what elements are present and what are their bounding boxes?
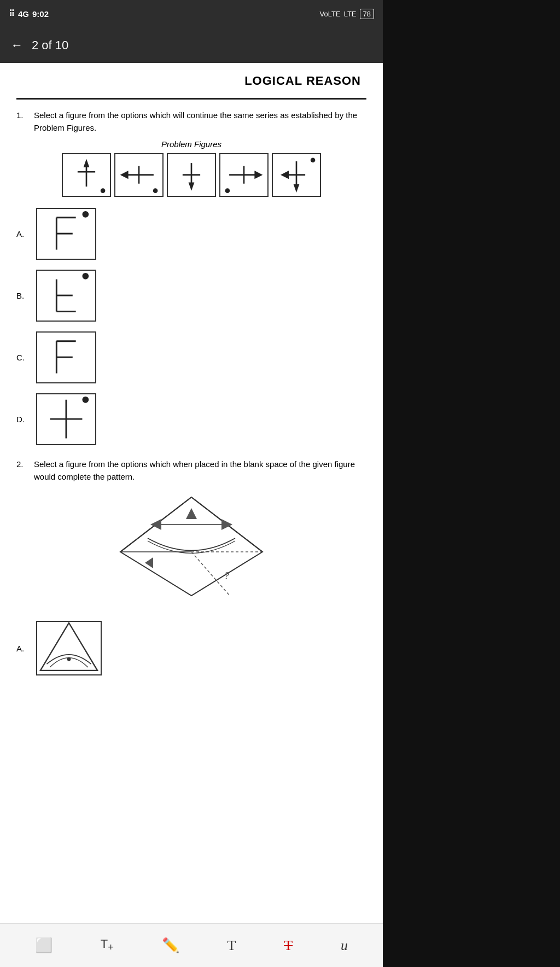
problem-figure-2-svg [115, 154, 162, 195]
q2-option-a-svg [37, 620, 101, 677]
nav-title: 2 of 10 [32, 38, 68, 53]
problem-figure-5 [272, 153, 321, 197]
svg-marker-42 [150, 519, 161, 530]
question-2-number: 2. [16, 459, 28, 469]
strikethrough-icon: T [284, 939, 293, 953]
text-add-icon: T+ [101, 938, 114, 953]
header-line [16, 98, 366, 100]
problem-figure-3-svg [168, 154, 215, 195]
option-b-box[interactable] [36, 270, 96, 322]
back-button[interactable]: ← [11, 38, 23, 53]
svg-point-47 [67, 657, 71, 661]
svg-marker-17 [281, 171, 289, 179]
time: 9:02 [32, 9, 49, 19]
problem-figures-label: Problem Figures [16, 139, 366, 149]
svg-point-14 [225, 189, 230, 194]
toolbar-strikethrough-btn[interactable]: T [284, 939, 293, 953]
svg-marker-44 [145, 557, 153, 568]
problem-figure-1-svg [63, 154, 110, 195]
option-c-label: C. [16, 353, 27, 362]
toolbar-copy-btn[interactable]: ⬜ [35, 939, 52, 953]
svg-marker-41 [221, 519, 232, 530]
option-a-box[interactable] [36, 208, 96, 260]
option-a-label: A. [16, 229, 27, 238]
q2-option-a-label: A. [16, 644, 27, 653]
svg-point-33 [82, 397, 89, 403]
svg-point-19 [311, 158, 316, 163]
signal-type: 4G [18, 9, 29, 19]
svg-marker-18 [294, 184, 300, 193]
problem-figure-3 [167, 153, 216, 197]
problem-figure-5-svg [273, 154, 320, 195]
q2-answer-option-a[interactable]: A. [16, 621, 366, 675]
svg-point-23 [82, 211, 89, 218]
bottom-toolbar: ⬜ T+ ✏️ T T u [0, 923, 383, 967]
toolbar-text-btn[interactable]: T [228, 939, 236, 953]
answer-option-d[interactable]: D. [16, 393, 366, 445]
svg-point-27 [82, 273, 89, 279]
problem-figure-1 [62, 153, 111, 197]
main-content: LOGICAL REASON 1. Select a figure from t… [0, 63, 383, 938]
answer-option-b[interactable]: B. [16, 270, 366, 322]
question-1-number: 1. [16, 110, 28, 120]
svg-marker-6 [120, 171, 129, 179]
option-c-svg [37, 331, 95, 383]
nav-bar: ← 2 of 10 [0, 27, 383, 63]
option-d-box[interactable] [36, 393, 96, 445]
right-panel [383, 0, 560, 967]
q2-main-svg: ? [104, 492, 279, 612]
question-1-text: Select a figure from the options which w… [34, 109, 366, 134]
status-bar: ⠿ 4G 9:02 VoLTE LTE 78 [0, 0, 383, 27]
question-2-row: 2. Select a figure from the options whic… [16, 458, 366, 483]
underline-icon: u [341, 939, 348, 953]
question-2-section: 2. Select a figure from the options whic… [16, 458, 366, 675]
answer-option-c[interactable]: C. [16, 331, 366, 383]
toolbar-draw-btn[interactable]: ✏️ [162, 939, 179, 953]
page-header: LOGICAL REASON [16, 74, 366, 88]
problem-figure-4 [219, 153, 269, 197]
problem-figures-row [16, 153, 366, 197]
copy-icon: ⬜ [35, 939, 52, 953]
option-d-svg [37, 393, 95, 445]
text-icon: T [228, 939, 236, 953]
svg-point-7 [153, 189, 158, 194]
status-left: ⠿ 4G 9:02 [9, 9, 49, 19]
carrier: VoLTE [320, 10, 341, 18]
q2-figure: ? [16, 492, 366, 612]
svg-marker-46 [40, 623, 97, 671]
option-d-label: D. [16, 415, 27, 424]
question-1-row: 1. Select a figure from the options whic… [16, 109, 366, 134]
question-2-text: Select a figure from the options which w… [34, 458, 366, 483]
svg-marker-10 [189, 183, 195, 191]
option-a-svg [37, 208, 95, 259]
toolbar-text-add-btn[interactable]: T+ [101, 938, 114, 953]
option-b-label: B. [16, 291, 27, 300]
svg-point-3 [101, 189, 106, 194]
svg-text:?: ? [224, 570, 229, 581]
status-right: VoLTE LTE 78 [320, 9, 374, 19]
toolbar-underline-btn[interactable]: u [341, 939, 348, 953]
option-b-svg [37, 270, 95, 321]
svg-marker-43 [186, 508, 197, 519]
option-c-box[interactable] [36, 331, 96, 383]
draw-icon: ✏️ [162, 939, 179, 953]
question-1-section: 1. Select a figure from the options whic… [16, 109, 366, 445]
network: LTE [344, 10, 357, 18]
svg-marker-13 [254, 171, 262, 179]
signal-icon: ⠿ [9, 9, 15, 19]
problem-figure-2 [114, 153, 164, 197]
q2-option-a-box[interactable] [36, 621, 102, 675]
svg-marker-2 [84, 159, 90, 167]
answer-option-a[interactable]: A. [16, 208, 366, 260]
battery: 78 [360, 9, 374, 19]
problem-figure-4-svg [220, 154, 267, 195]
